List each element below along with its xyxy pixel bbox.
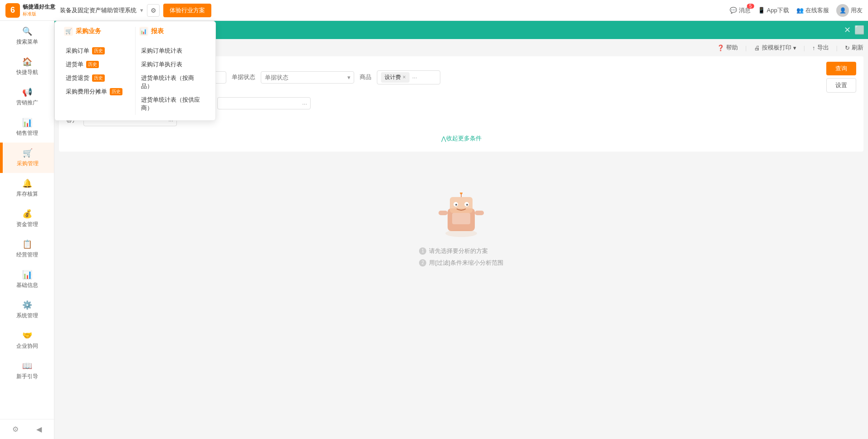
bullet-2: 2 bbox=[419, 259, 426, 266]
empty-robot-svg bbox=[434, 192, 488, 238]
svg-rect-7 bbox=[439, 211, 448, 215]
sidebar-item-enterprise-coop[interactable]: 🤝 企业协同 bbox=[0, 325, 54, 355]
sidebar-label-sales: 销售管理 bbox=[16, 129, 38, 137]
query-button[interactable]: 查询 bbox=[826, 62, 856, 75]
sidebar-label-inventory: 库存核算 bbox=[16, 190, 38, 198]
ops-icon: 📋 bbox=[22, 239, 32, 249]
empty-hint-2: 2 用[过滤]条件来缩小分析范围 bbox=[419, 257, 503, 269]
sidebar-label-basic: 基础信息 bbox=[16, 281, 38, 289]
dropdown-col-purchase: 🛒 采购业务 采购订单 历史 进货单 历史 进货退货 历史 采购费用分摊单 bbox=[60, 27, 135, 115]
message-icon: 💬 bbox=[730, 7, 737, 14]
template-print-btn[interactable]: 🖨 按模板打印 ▾ bbox=[754, 44, 796, 52]
sidebar-item-inventory-check[interactable]: 🔔 库存核算 bbox=[0, 173, 54, 203]
purchase-icon: 🛒 bbox=[23, 148, 33, 158]
sidebar-item-search-menu[interactable]: 🔍 搜索菜单 bbox=[0, 21, 54, 51]
svg-point-5 bbox=[455, 204, 457, 206]
export-btn[interactable]: ↑ 导出 bbox=[812, 44, 829, 52]
message-action[interactable]: 💬 消息 5 bbox=[730, 6, 751, 15]
print-icon: 🖨 bbox=[754, 44, 760, 51]
dropdown-label-po-exec: 采购订单执行表 bbox=[141, 60, 182, 69]
dropdown-label-is-goods: 进货单统计表（按商品） bbox=[141, 74, 205, 90]
finance-icon: 💰 bbox=[22, 209, 32, 219]
logo-icon: 6 bbox=[5, 3, 20, 18]
dropdown-item-incoming-return[interactable]: 进货退货 历史 bbox=[64, 71, 132, 85]
industry-btn[interactable]: 体验行业方案 bbox=[163, 4, 211, 17]
document-status-input[interactable] bbox=[261, 71, 354, 84]
system-title: 装备及固定资产辅助管理系统 bbox=[60, 6, 137, 15]
collapse-label: 收起更多条件 bbox=[446, 134, 482, 143]
history-badge-3: 历史 bbox=[92, 74, 105, 82]
user-action[interactable]: 👤 用友 bbox=[836, 4, 863, 17]
help-btn[interactable]: ❓ 帮助 bbox=[717, 44, 738, 52]
service-icon: 👥 bbox=[796, 7, 804, 14]
sidebar-bottom: ⚙ ◀ bbox=[0, 419, 54, 439]
salesperson-dots[interactable]: ··· bbox=[302, 100, 307, 107]
salesperson-wrapper: ··· bbox=[217, 97, 311, 109]
sidebar-label-marketing: 营销推广 bbox=[16, 99, 38, 107]
query-actions: 查询 设置 bbox=[826, 62, 856, 93]
refresh-icon: ↻ bbox=[845, 44, 850, 51]
collapse-bar[interactable]: ⋀ 收起更多条件 bbox=[66, 131, 856, 146]
sidebar-item-basic-info[interactable]: 📊 基础信息 bbox=[0, 264, 54, 295]
document-status-dropdown-icon: ▾ bbox=[347, 74, 351, 81]
sidebar-label-quick-nav: 快捷导航 bbox=[16, 69, 38, 76]
sidebar-item-purchase-mgmt[interactable]: 🛒 采购管理 bbox=[0, 143, 54, 173]
dropdown-item-incoming-stats-supplier[interactable]: 进货单统计表（按供应商） bbox=[139, 93, 207, 115]
dropdown-item-purchase-order-stats[interactable]: 采购订单统计表 bbox=[139, 44, 207, 58]
dropdown-label-purchase-order: 采购订单 bbox=[66, 47, 89, 55]
dropdown-item-purchase-order[interactable]: 采购订单 历史 bbox=[64, 44, 132, 58]
purchase-header-icon: 🛒 bbox=[64, 27, 73, 36]
sidebar-item-finance-mgmt[interactable]: 💰 资金管理 bbox=[0, 203, 54, 234]
setting-button[interactable]: 设置 bbox=[826, 78, 856, 93]
dropdown-item-purchase-order-exec[interactable]: 采购订单执行表 bbox=[139, 58, 207, 71]
sidebar-settings-btn[interactable]: ⚙ bbox=[12, 425, 19, 434]
refresh-btn[interactable]: ↻ 刷新 bbox=[845, 44, 863, 52]
goods-tag-label: 设计费 bbox=[385, 74, 401, 81]
sidebar-label-guide: 新手引导 bbox=[16, 373, 38, 380]
title-dropdown-icon[interactable]: ▾ bbox=[140, 7, 143, 14]
dropdown-item-purchase-expense[interactable]: 采购费用分摊单 历史 bbox=[64, 85, 132, 99]
sidebar-item-marketing[interactable]: 📢 营销推广 bbox=[0, 82, 54, 112]
sidebar-label-enterprise: 企业协同 bbox=[16, 342, 38, 350]
dropdown-columns: 🛒 采购业务 采购订单 历史 进货单 历史 进货退货 历史 采购费用分摊单 bbox=[60, 27, 210, 115]
goods-tag-close[interactable]: × bbox=[403, 74, 406, 80]
goods-label: 商品 bbox=[360, 73, 371, 81]
dropdown-menu: 🛒 采购业务 采购订单 历史 进货单 历史 进货退货 历史 采购费用分摊单 bbox=[54, 21, 216, 121]
sidebar-item-newbie-guide[interactable]: 📖 新手引导 bbox=[0, 355, 54, 386]
dropdown-item-incoming[interactable]: 进货单 历史 bbox=[64, 58, 132, 71]
dropdown-item-incoming-stats-goods[interactable]: 进货单统计表（按商品） bbox=[139, 71, 207, 93]
guide-icon: 📖 bbox=[22, 361, 32, 371]
dropdown-col-purchase-header: 🛒 采购业务 bbox=[64, 27, 132, 39]
goods-dots[interactable]: ··· bbox=[412, 74, 417, 81]
sidebar-item-sales-mgmt[interactable]: 📊 销售管理 bbox=[0, 112, 54, 143]
app-download-action[interactable]: 📱 App下载 bbox=[758, 6, 789, 15]
sidebar-label-ops: 经营管理 bbox=[16, 251, 38, 259]
sidebar-label-purchase: 采购管理 bbox=[17, 160, 39, 168]
svg-point-10 bbox=[460, 192, 463, 194]
system-title-area: 装备及固定资产辅助管理系统 ▾ ⚙ 体验行业方案 bbox=[60, 4, 730, 17]
salesperson-input[interactable] bbox=[217, 97, 311, 109]
gear-button[interactable]: ⚙ bbox=[147, 4, 160, 17]
logo-area: 6 畅捷通好生意 标准版 bbox=[5, 3, 60, 18]
svg-point-6 bbox=[466, 204, 468, 206]
svg-rect-11 bbox=[452, 213, 470, 224]
tab-maximize-icon[interactable]: ⬜ bbox=[854, 25, 864, 35]
report-col-title: 报表 bbox=[151, 27, 164, 35]
document-status-wrapper: ▾ bbox=[261, 71, 354, 84]
empty-text: 1 请先选择要分析的方案 2 用[过滤]条件来缩小分析范围 bbox=[419, 245, 503, 269]
marketing-icon: 📢 bbox=[22, 87, 32, 97]
sidebar-item-system-mgmt[interactable]: ⚙️ 系统管理 bbox=[0, 295, 54, 325]
app-download-label: App下载 bbox=[767, 6, 789, 15]
online-service-action[interactable]: 👥 在线客服 bbox=[796, 6, 829, 15]
tab-close-window-icon[interactable]: ✕ bbox=[844, 25, 851, 35]
search-icon: 🔍 bbox=[22, 26, 32, 36]
sidebar-item-quick-nav[interactable]: 🏠 快捷导航 bbox=[0, 51, 54, 82]
user-avatar: 👤 bbox=[836, 4, 849, 17]
dropdown-label-po-stats: 采购订单统计表 bbox=[141, 47, 182, 55]
sidebar-collapse-btn[interactable]: ◀ bbox=[36, 425, 42, 434]
empty-hint-1: 1 请先选择要分析的方案 bbox=[419, 245, 503, 257]
sidebar-label-system: 系统管理 bbox=[16, 312, 38, 320]
sidebar-item-ops-mgmt[interactable]: 📋 经营管理 bbox=[0, 234, 54, 264]
print-dropdown-icon: ▾ bbox=[793, 44, 796, 51]
dropdown-col-report: 📊 报表 采购订单统计表 采购订单执行表 进货单统计表（按商品） 进货单统计表（… bbox=[135, 27, 210, 115]
